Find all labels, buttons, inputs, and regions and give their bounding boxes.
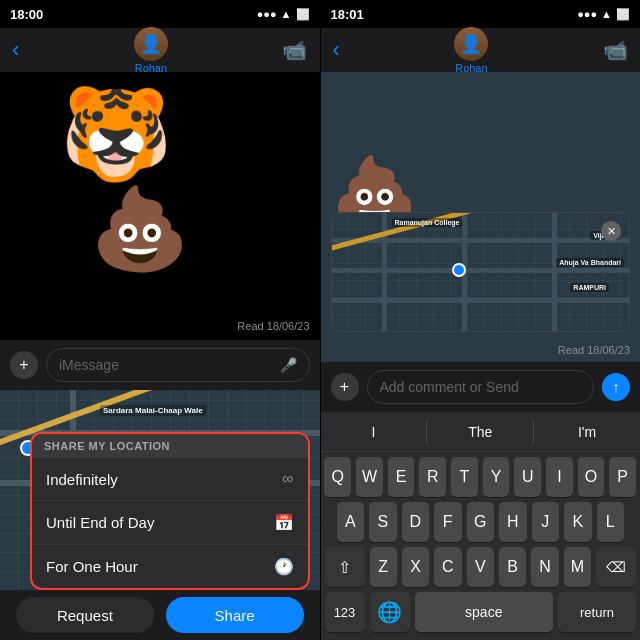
- left-map-area: Sardara Malai-Chaap Wale SHARE MY LOCATI…: [0, 390, 320, 590]
- send-button[interactable]: ↑: [602, 373, 630, 401]
- delete-key[interactable]: ⌫: [596, 547, 636, 587]
- key-n[interactable]: N: [531, 547, 558, 587]
- right-input-placeholder: Add comment or Send: [380, 379, 582, 395]
- left-video-icon[interactable]: 📹: [282, 38, 307, 62]
- road-v3: [552, 213, 557, 331]
- right-back-button[interactable]: ‹: [333, 37, 340, 63]
- keyboard: I The I'm Q W E R T Y U I O P A: [321, 412, 641, 640]
- right-battery-icon: ⬜: [616, 8, 630, 21]
- key-u[interactable]: U: [514, 457, 541, 497]
- suggestion-i[interactable]: I: [321, 412, 427, 451]
- left-imessage-placeholder: iMessage: [59, 357, 280, 373]
- key-t[interactable]: T: [451, 457, 478, 497]
- key-h[interactable]: H: [499, 502, 527, 542]
- signal-icon: ●●●: [257, 8, 277, 20]
- key-y[interactable]: Y: [483, 457, 510, 497]
- suggestion-the[interactable]: The: [427, 412, 533, 451]
- map-thumbnail[interactable]: Ramanujan College Vijay S Ahuja Va Bhand…: [331, 212, 631, 332]
- left-bottom-buttons: Request Share: [0, 590, 320, 640]
- share-indefinitely-icon: ∞: [282, 470, 293, 488]
- key-f[interactable]: F: [434, 502, 462, 542]
- left-status-bar: 18:00 ●●● ▲ ⬜: [0, 0, 320, 28]
- key-z[interactable]: Z: [370, 547, 397, 587]
- share-end-of-day-label: Until End of Day: [46, 514, 154, 531]
- key-w[interactable]: W: [356, 457, 383, 497]
- right-plus-button[interactable]: +: [331, 373, 359, 401]
- keyboard-suggestions: I The I'm: [321, 412, 641, 452]
- key-l[interactable]: L: [597, 502, 625, 542]
- left-read-receipt: Read 18/06/23: [237, 320, 309, 332]
- left-mic-icon[interactable]: 🎤: [280, 357, 297, 373]
- battery-icon: ⬜: [296, 8, 310, 21]
- shift-icon: ⇧: [338, 558, 351, 577]
- share-calendar-icon: 📅: [274, 513, 294, 532]
- label-ahuja: Ahuja Va Bhandari: [556, 258, 624, 267]
- shift-key[interactable]: ⇧: [325, 547, 365, 587]
- key-d[interactable]: D: [402, 502, 430, 542]
- right-panel: 18:01 ●●● ▲ ⬜ ‹ 👤 Rohan 📹 💩 Read 18/06/2…: [321, 0, 641, 640]
- right-wifi-icon: ▲: [601, 8, 612, 20]
- key-r[interactable]: R: [419, 457, 446, 497]
- keyboard-bottom-row: 123 🌐 space return: [321, 587, 641, 640]
- key-v[interactable]: V: [467, 547, 494, 587]
- right-avatar: 👤: [454, 27, 488, 61]
- share-option-indefinitely[interactable]: Indefinitely ∞: [32, 458, 308, 501]
- emoji-key[interactable]: 🌐: [370, 592, 410, 632]
- emoji-icon: 🌐: [377, 600, 402, 624]
- key-p[interactable]: P: [609, 457, 636, 497]
- numbers-key[interactable]: 123: [325, 592, 365, 632]
- left-avatar-image: 👤: [134, 27, 168, 61]
- right-input-field[interactable]: Add comment or Send: [367, 370, 595, 404]
- right-contact-info[interactable]: 👤 Rohan: [454, 27, 488, 74]
- numbers-label: 123: [334, 605, 356, 620]
- left-chat-area: 🐯 💩 Read 18/06/23: [0, 72, 320, 340]
- key-a[interactable]: A: [337, 502, 365, 542]
- suggestion-the-label: The: [468, 424, 492, 440]
- share-button[interactable]: Share: [166, 597, 304, 633]
- road-h1: [332, 238, 630, 243]
- send-icon: ↑: [613, 379, 620, 395]
- keyboard-row-1: Q W E R T Y U I O P: [321, 452, 641, 497]
- right-avatar-image: 👤: [454, 27, 488, 61]
- suggestion-im[interactable]: I'm: [534, 412, 640, 451]
- left-status-icons: ●●● ▲ ⬜: [257, 8, 310, 21]
- label-ramanujan: Ramanujan College: [392, 218, 463, 227]
- right-input-bar: + Add comment or Send ↑: [321, 362, 641, 412]
- share-option-one-hour[interactable]: For One Hour 🕐: [32, 545, 308, 588]
- keyboard-row-2: A S D F G H J K L: [321, 497, 641, 542]
- right-video-icon[interactable]: 📹: [603, 38, 628, 62]
- key-o[interactable]: O: [578, 457, 605, 497]
- delete-icon: ⌫: [606, 559, 626, 575]
- right-location-pin: [452, 263, 466, 277]
- right-nav-bar: ‹ 👤 Rohan 📹: [321, 28, 641, 72]
- key-x[interactable]: X: [402, 547, 429, 587]
- left-plus-button[interactable]: +: [10, 351, 38, 379]
- right-status-icons: ●●● ▲ ⬜: [577, 8, 630, 21]
- right-signal-icon: ●●●: [577, 8, 597, 20]
- key-j[interactable]: J: [532, 502, 560, 542]
- left-contact-info[interactable]: 👤 Rohan: [134, 27, 168, 74]
- left-input-wrap[interactable]: iMessage 🎤: [46, 348, 310, 382]
- wifi-icon: ▲: [281, 8, 292, 20]
- left-back-button[interactable]: ‹: [12, 37, 19, 63]
- suggestion-im-label: I'm: [578, 424, 596, 440]
- share-popup-header: SHARE MY LOCATION: [32, 434, 308, 458]
- return-key[interactable]: return: [558, 592, 636, 632]
- key-g[interactable]: G: [467, 502, 495, 542]
- key-k[interactable]: K: [564, 502, 592, 542]
- share-option-end-of-day[interactable]: Until End of Day 📅: [32, 501, 308, 545]
- key-s[interactable]: S: [369, 502, 397, 542]
- key-e[interactable]: E: [388, 457, 415, 497]
- key-m[interactable]: M: [564, 547, 591, 587]
- key-b[interactable]: B: [499, 547, 526, 587]
- request-button[interactable]: Request: [16, 597, 154, 633]
- key-c[interactable]: C: [434, 547, 461, 587]
- left-message-bar: + iMessage 🎤: [0, 340, 320, 390]
- key-i[interactable]: I: [546, 457, 573, 497]
- map-close-button[interactable]: ✕: [601, 221, 621, 241]
- key-q[interactable]: Q: [324, 457, 351, 497]
- map-label-sardara: Sardara Malai-Chaap Wale: [100, 405, 206, 416]
- space-key[interactable]: space: [415, 592, 554, 632]
- return-label: return: [580, 605, 614, 620]
- keyboard-row-3: ⇧ Z X C V B N M ⌫: [321, 542, 641, 587]
